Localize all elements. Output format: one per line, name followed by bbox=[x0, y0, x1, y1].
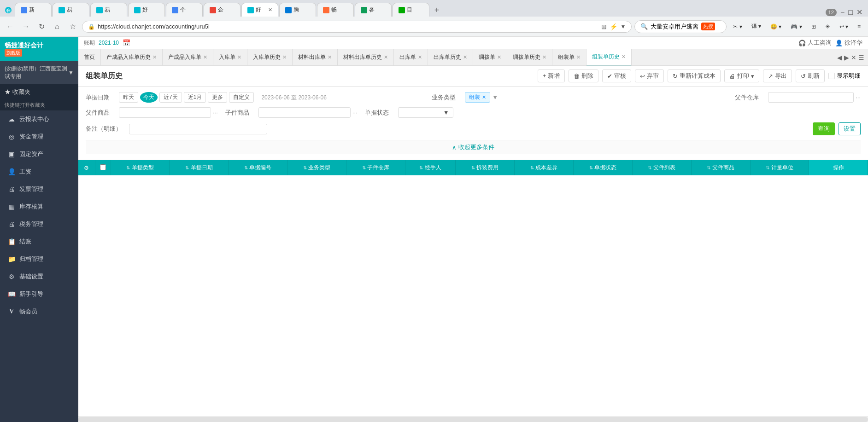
browser-tab-3[interactable]: 易 bbox=[90, 3, 127, 17]
collapse-bar[interactable]: ∧ 收起更多条件 bbox=[86, 140, 861, 154]
app-tab-prod-in[interactable]: 产成品入库单 ✕ bbox=[163, 49, 213, 66]
close-assemble[interactable]: ✕ bbox=[497, 54, 501, 60]
reload-button[interactable]: ↻ bbox=[35, 20, 48, 33]
sidebar-item-member[interactable]: V 畅会员 bbox=[0, 303, 78, 320]
th-child-warehouse[interactable]: ⇅ 子件仓库 bbox=[346, 160, 405, 175]
app-tab-out-hist[interactable]: 出库单历史 ✕ bbox=[428, 49, 473, 66]
close-assemble-hist[interactable]: ✕ bbox=[542, 54, 546, 60]
user-btn[interactable]: 👤 徐泽华 bbox=[835, 39, 862, 47]
browser-tab-6[interactable]: 企 bbox=[204, 3, 240, 17]
app-tab-mat-out[interactable]: 材料出库单 ✕ bbox=[293, 49, 338, 66]
home-button[interactable]: ⌂ bbox=[51, 20, 64, 33]
translate-action[interactable]: 译 ▾ bbox=[748, 21, 765, 32]
close-bundle[interactable]: ✕ bbox=[576, 54, 581, 60]
new-tab-button[interactable]: + bbox=[430, 4, 443, 17]
browser-tab-9[interactable]: 畅 bbox=[317, 3, 354, 17]
gear-icon[interactable]: ⚙ bbox=[84, 165, 89, 171]
show-detail-checkbox[interactable] bbox=[828, 73, 835, 79]
sidebar-item-accounting[interactable]: 📋 结账 bbox=[0, 233, 78, 250]
browser-search-bar[interactable]: 🔍 大量安卓用户逃离 热搜 bbox=[634, 20, 727, 33]
browser-tab-5[interactable]: 个 bbox=[166, 3, 203, 17]
app-tab-bundle[interactable]: 组装单 ✕ bbox=[552, 49, 586, 66]
dropdown-arrow[interactable]: ▼ bbox=[620, 23, 626, 30]
child-goods-input[interactable] bbox=[258, 107, 351, 118]
settings-filter-button[interactable]: 设置 bbox=[839, 122, 861, 135]
sidebar-item-tax-mgmt[interactable]: 🖨 税务管理 bbox=[0, 215, 78, 233]
select-all-checkbox[interactable] bbox=[100, 164, 106, 170]
sidebar-item-fixed-assets[interactable]: ▣ 固定资产 bbox=[0, 145, 78, 163]
tab-close-7[interactable]: ✕ bbox=[268, 7, 272, 13]
calendar-icon[interactable]: 📅 bbox=[123, 39, 130, 46]
brightness-action[interactable]: ☀ bbox=[821, 22, 834, 32]
th-parent-list[interactable]: ⇅ 父件列表 bbox=[632, 160, 691, 175]
close-out-hist[interactable]: ✕ bbox=[463, 54, 467, 60]
export-button[interactable]: ↗ 导出 bbox=[763, 69, 792, 82]
browser-tab-7[interactable]: 好 ✕ bbox=[241, 3, 278, 17]
close-prod-in[interactable]: ✕ bbox=[203, 54, 207, 60]
browser-tab-1[interactable]: 新 bbox=[15, 3, 52, 17]
date-btn-yesterday[interactable]: 昨天 bbox=[119, 92, 138, 103]
browser-tab-4[interactable]: 好 bbox=[128, 3, 165, 17]
th-bill-no[interactable]: ⇅ 单据编号 bbox=[229, 160, 287, 175]
th-bill-type[interactable]: ⇅ 单据类型 bbox=[111, 160, 170, 175]
show-detail-toggle[interactable]: 显示明细 bbox=[828, 72, 861, 80]
date-btn-7days[interactable]: 近7天 bbox=[159, 92, 182, 103]
parent-goods-more[interactable]: ··· bbox=[213, 109, 218, 116]
sidebar-item-inventory[interactable]: ▦ 库存核算 bbox=[0, 198, 78, 215]
sidebar-item-archive-mgmt[interactable]: 📁 归档管理 bbox=[0, 250, 78, 268]
sidebar-item-basic-settings[interactable]: ⚙ 基础设置 bbox=[0, 268, 78, 285]
close-in-order[interactable]: ✕ bbox=[237, 54, 241, 60]
recalc-cost-button[interactable]: ↻ 重新计算成本 bbox=[668, 69, 721, 82]
history-action[interactable]: ↩ ▾ bbox=[836, 22, 852, 32]
th-bill-date[interactable]: ⇅ 单据日期 bbox=[170, 160, 229, 175]
forward-button[interactable]: → bbox=[19, 20, 32, 33]
th-parent-goods[interactable]: ⇅ 父件商品 bbox=[691, 160, 750, 175]
app-tab-bundle-hist[interactable]: 组装单历史 ✕ bbox=[586, 49, 632, 66]
bookmark-button[interactable]: ☆ bbox=[66, 20, 79, 33]
browser-tab-2[interactable]: 易 bbox=[53, 3, 89, 17]
app-tab-out-order[interactable]: 出库单 ✕ bbox=[394, 49, 428, 66]
th-biz-type[interactable]: ⇅ 业务类型 bbox=[287, 160, 346, 175]
tabs-more[interactable]: ☰ bbox=[858, 54, 864, 61]
sidebar-favorites[interactable]: ★ 收藏夹 bbox=[0, 84, 78, 100]
emoji-action[interactable]: 😀 ▾ bbox=[767, 22, 785, 32]
date-btn-more[interactable]: 更多 bbox=[208, 92, 227, 103]
parent-warehouse-input[interactable] bbox=[768, 92, 854, 103]
th-handler[interactable]: ⇅ 经手人 bbox=[405, 160, 456, 175]
parent-goods-input[interactable] bbox=[119, 107, 211, 118]
audit-button[interactable]: ✔ 审核 bbox=[602, 69, 631, 82]
date-btn-custom[interactable]: 自定义 bbox=[229, 92, 254, 103]
refresh-button[interactable]: ↺ 刷新 bbox=[796, 69, 825, 82]
menu-action[interactable]: ≡ bbox=[854, 22, 864, 32]
new-button[interactable]: + 新增 bbox=[538, 69, 565, 82]
app-tab-prod-in-hist[interactable]: 产成品入库单历史 ✕ bbox=[101, 49, 163, 66]
abandon-button[interactable]: ↩ 弃审 bbox=[635, 69, 664, 82]
close-prod-in-hist[interactable]: ✕ bbox=[152, 54, 157, 60]
app-tab-home[interactable]: 首页 bbox=[78, 49, 101, 66]
sidebar-company[interactable]: (勿删勿禁用）江西服宝测试专用 ▼ bbox=[0, 61, 78, 84]
bottom-scrollbar[interactable] bbox=[78, 416, 868, 422]
app-tab-mat-out-hist[interactable]: 材料出库单历史 ✕ bbox=[338, 49, 394, 66]
th-gear[interactable]: ⚙ bbox=[78, 160, 95, 175]
query-button[interactable]: 查询 bbox=[813, 122, 835, 135]
sidebar-item-wizard[interactable]: 📖 新手引导 bbox=[0, 285, 78, 303]
app-tab-assemble-hist[interactable]: 调拨单历史 ✕ bbox=[507, 49, 552, 66]
game-action[interactable]: 🎮 ▾ bbox=[787, 22, 805, 32]
minimize-button[interactable]: − bbox=[840, 8, 845, 17]
delete-button[interactable]: 🗑 删除 bbox=[569, 69, 598, 82]
support-btn[interactable]: 🎧 人工咨询 bbox=[798, 39, 832, 47]
browser-tab-10[interactable]: 各 bbox=[355, 3, 392, 17]
print-button[interactable]: 🖨 打印 ▾ bbox=[724, 69, 759, 82]
notes-input[interactable] bbox=[129, 124, 267, 134]
th-checkbox[interactable] bbox=[95, 160, 111, 175]
th-dismantling-fee[interactable]: ⇅ 拆装费用 bbox=[455, 160, 514, 175]
biz-type-tag-close[interactable]: ✕ bbox=[482, 94, 486, 100]
tabs-scroll-left[interactable]: ◀ bbox=[837, 54, 842, 61]
browser-tab-11[interactable]: 目 bbox=[393, 3, 429, 17]
close-window-button[interactable]: ✕ bbox=[856, 8, 862, 17]
grid-action[interactable]: ⊞ bbox=[808, 22, 820, 32]
parent-warehouse-more[interactable]: ··· bbox=[856, 94, 861, 101]
child-goods-more[interactable]: ··· bbox=[352, 109, 358, 116]
status-dropdown[interactable]: ▼ bbox=[398, 107, 453, 118]
back-button[interactable]: ← bbox=[4, 20, 17, 33]
